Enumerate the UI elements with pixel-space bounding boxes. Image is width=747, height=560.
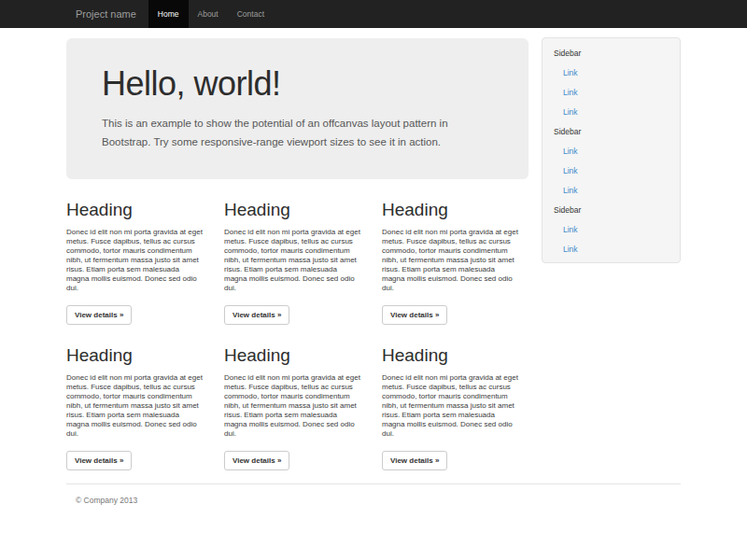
nav-item-contact[interactable]: Contact xyxy=(228,0,274,28)
sidebar-group-label: Sidebar xyxy=(554,49,669,59)
view-details-button[interactable]: View details » xyxy=(382,451,447,470)
card-body-text: Donec id elit non mi porta gravida at eg… xyxy=(382,228,518,293)
content-card: Heading Donec id elit non mi porta gravi… xyxy=(224,179,371,325)
sidebar-link[interactable]: Link xyxy=(563,166,669,176)
sidebar-link[interactable]: Link xyxy=(563,68,669,78)
view-details-button[interactable]: View details » xyxy=(66,305,132,325)
content-card: Heading Donec id elit non mi porta gravi… xyxy=(382,179,529,325)
sidebar-group-label: Sidebar xyxy=(554,127,669,137)
sidebar-link[interactable]: Link xyxy=(563,225,669,235)
sidebar-link[interactable]: Link xyxy=(563,245,669,255)
sidebar-group-label: Sidebar xyxy=(554,205,669,216)
copyright-text: © Company 2013 xyxy=(76,496,137,505)
cards-row-2: Heading Donec id elit non mi porta gravi… xyxy=(66,325,529,470)
navbar-inner: Project name HomeAboutContact xyxy=(66,0,681,28)
card-heading: Heading xyxy=(382,200,529,220)
page-container: Hello, world! This is an example to show… xyxy=(66,28,681,505)
content-row: Hello, world! This is an example to show… xyxy=(66,28,681,470)
sidebar-link[interactable]: Link xyxy=(563,186,669,196)
cards-row-1: Heading Donec id elit non mi porta gravi… xyxy=(66,179,529,325)
sidebar-link[interactable]: Link xyxy=(563,88,669,98)
footer: © Company 2013 xyxy=(66,484,681,505)
card-heading: Heading xyxy=(224,200,371,220)
sidebar-panel: SidebarLinkLinkLinkSidebarLinkLinkLinkSi… xyxy=(542,37,681,263)
card-heading: Heading xyxy=(66,345,213,366)
content-card: Heading Donec id elit non mi porta gravi… xyxy=(224,325,371,470)
jumbotron-text: This is an example to show the potential… xyxy=(102,114,475,151)
navbar-nav: HomeAboutContact xyxy=(148,0,274,28)
card-body-text: Donec id elit non mi porta gravida at eg… xyxy=(224,373,360,439)
content-card: Heading Donec id elit non mi porta gravi… xyxy=(382,325,529,470)
content-card: Heading Donec id elit non mi porta gravi… xyxy=(66,325,213,470)
sidebar-link[interactable]: Link xyxy=(563,147,669,157)
main-column: Hello, world! This is an example to show… xyxy=(66,28,529,470)
jumbotron: Hello, world! This is an example to show… xyxy=(66,38,529,179)
navbar-brand[interactable]: Project name xyxy=(66,0,146,28)
view-details-button[interactable]: View details » xyxy=(382,305,447,325)
jumbotron-title: Hello, world! xyxy=(102,66,493,102)
view-details-button[interactable]: View details » xyxy=(66,451,132,470)
nav-item-about[interactable]: About xyxy=(189,0,228,28)
top-navbar: Project name HomeAboutContact xyxy=(0,0,747,28)
card-body-text: Donec id elit non mi porta gravida at eg… xyxy=(224,228,360,293)
card-heading: Heading xyxy=(382,345,529,366)
card-body-text: Donec id elit non mi porta gravida at eg… xyxy=(382,373,518,439)
card-body-text: Donec id elit non mi porta gravida at eg… xyxy=(66,228,203,293)
content-card: Heading Donec id elit non mi porta gravi… xyxy=(66,179,213,325)
card-body-text: Donec id elit non mi porta gravida at eg… xyxy=(66,373,203,439)
sidebar-link[interactable]: Link xyxy=(563,107,669,118)
nav-item-home[interactable]: Home xyxy=(148,0,189,28)
view-details-button[interactable]: View details » xyxy=(224,305,289,325)
view-details-button[interactable]: View details » xyxy=(224,451,289,470)
card-heading: Heading xyxy=(224,345,371,366)
card-heading: Heading xyxy=(66,200,213,220)
